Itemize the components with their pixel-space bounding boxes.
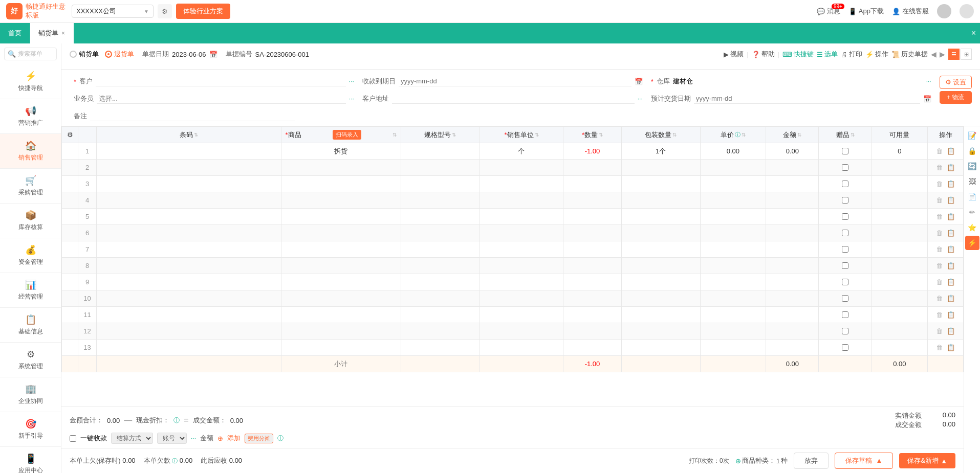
sidebar-item-inventory[interactable]: 📦 库存核算 [0, 204, 61, 238]
row-quantity-cell[interactable] [563, 274, 621, 290]
row-spec-cell[interactable] [401, 290, 480, 307]
row-unit-cell[interactable] [480, 176, 563, 192]
row-gift-cell[interactable] [819, 160, 872, 176]
avatar[interactable] [937, 4, 951, 18]
row-unit-cell[interactable] [480, 225, 563, 241]
row-unit-cell[interactable] [480, 290, 563, 307]
row-delete-icon[interactable]: 🗑 [936, 147, 943, 155]
row-copy-icon[interactable]: 📋 [947, 180, 955, 188]
app-download-button[interactable]: 📱 App下载 [848, 7, 884, 16]
row-copy-icon[interactable]: 📋 [947, 147, 955, 155]
row-product-cell[interactable] [281, 160, 401, 176]
sidebar-item-apps[interactable]: 📱 应用中心 [0, 447, 61, 473]
row-spec-cell[interactable] [401, 209, 480, 225]
row-amount-cell[interactable] [766, 290, 819, 307]
row-amount-cell[interactable] [766, 209, 819, 225]
save-new-dropdown-icon[interactable]: ▲ [941, 457, 947, 465]
sidebar-item-guide[interactable]: 🎯 新手引导 [0, 412, 61, 447]
row-unit-cell[interactable] [480, 160, 563, 176]
row-gift-cell[interactable] [819, 192, 872, 209]
row-delete-icon[interactable]: 🗑 [936, 311, 943, 319]
row-pack-qty-cell[interactable] [621, 209, 700, 225]
row-barcode-cell[interactable] [97, 323, 281, 340]
right-panel-star-icon[interactable]: ⭐ [965, 220, 979, 235]
row-quantity-cell[interactable] [563, 307, 621, 323]
row-copy-icon[interactable]: 📋 [947, 295, 955, 302]
salesperson-input[interactable] [97, 94, 346, 104]
row-delete-icon[interactable]: 🗑 [936, 262, 943, 269]
row-amount-cell[interactable] [766, 241, 819, 258]
row-delete-icon[interactable]: 🗑 [936, 278, 943, 286]
row-copy-icon[interactable]: 📋 [947, 311, 955, 319]
scan-button[interactable]: 扫码录入 [333, 130, 361, 140]
payment-date-calendar-icon[interactable]: 📅 [635, 78, 643, 85]
company-selector[interactable]: XXXXXX公司 ▼ [72, 5, 154, 18]
tab-close-icon[interactable]: × [61, 30, 65, 37]
radio-return-order[interactable]: 退货单 [105, 50, 134, 59]
message-button[interactable]: 💬 消息 99+ [817, 7, 840, 16]
right-panel-document-icon[interactable]: 📄 [965, 190, 979, 204]
operate-button[interactable]: ⚡ 操作 [865, 50, 888, 59]
row-gift-cell[interactable] [819, 241, 872, 258]
account-more-icon[interactable]: ··· [191, 435, 196, 442]
row-quantity-cell[interactable] [563, 340, 621, 356]
sidebar-item-marketing[interactable]: 📢 营销推广 [0, 99, 61, 134]
row-amount-cell[interactable] [766, 258, 819, 274]
row-gift-cell[interactable] [819, 176, 872, 192]
row-gift-cell[interactable] [819, 209, 872, 225]
row-unit-price-cell[interactable] [700, 209, 766, 225]
row-delete-icon[interactable]: 🗑 [936, 213, 943, 220]
row-spec-cell[interactable] [401, 160, 480, 176]
row-spec-cell[interactable] [401, 258, 480, 274]
customer-addr-more-icon[interactable]: ··· [638, 95, 643, 102]
nav-next-icon[interactable]: ▶ [940, 50, 945, 58]
row-spec-cell[interactable] [401, 192, 480, 209]
sidebar-item-finance[interactable]: 💰 资金管理 [0, 238, 61, 273]
row-product-cell[interactable] [281, 290, 401, 307]
radio-sale-order[interactable]: 销货单 [70, 50, 99, 59]
row-product-cell[interactable] [281, 323, 401, 340]
row-barcode-cell[interactable] [97, 274, 281, 290]
row-gift-cell[interactable] [819, 307, 872, 323]
row-product-cell[interactable] [281, 225, 401, 241]
row-product-cell[interactable] [281, 209, 401, 225]
row-gift-cell[interactable] [819, 225, 872, 241]
row-gift-cell[interactable] [819, 323, 872, 340]
row-product-cell[interactable] [281, 258, 401, 274]
row-barcode-cell[interactable] [97, 340, 281, 356]
row-spec-cell[interactable] [401, 241, 480, 258]
row-copy-icon[interactable]: 📋 [947, 213, 955, 220]
row-unit-price-cell[interactable] [700, 225, 766, 241]
row-delete-icon[interactable]: 🗑 [936, 295, 943, 302]
row-copy-icon[interactable]: 📋 [947, 196, 955, 204]
row-barcode-cell[interactable] [97, 143, 281, 160]
history-button[interactable]: 📜 历史单据 [891, 50, 928, 59]
row-product-cell[interactable] [281, 241, 401, 258]
row-product-cell[interactable] [281, 340, 401, 356]
sidebar-item-operations[interactable]: 📊 经营管理 [0, 273, 61, 308]
discount-info-icon[interactable]: ⓘ [173, 416, 180, 425]
grid-view-btn[interactable]: ⊞ [961, 49, 972, 60]
settings-button[interactable]: ⚙ 设置 [940, 76, 972, 89]
search-menu-button[interactable]: 🔍 搜索菜单 [4, 48, 57, 60]
row-delete-icon[interactable]: 🗑 [936, 344, 943, 351]
save-new-button[interactable]: 保存&新增 ▲ [899, 453, 955, 468]
right-panel-note-icon[interactable]: 📝 [965, 128, 979, 143]
row-gift-cell[interactable] [819, 274, 872, 290]
row-quantity-cell[interactable] [563, 241, 621, 258]
customer-addr-input[interactable] [392, 94, 635, 104]
row-pack-qty-cell[interactable] [621, 160, 700, 176]
fee-info-icon[interactable]: ⓘ [277, 434, 284, 443]
row-barcode-cell[interactable] [97, 176, 281, 192]
nav-prev-icon[interactable]: ◀ [931, 50, 937, 58]
window-close-icon[interactable]: × [971, 29, 976, 38]
row-barcode-cell[interactable] [97, 241, 281, 258]
row-copy-icon[interactable]: 📋 [947, 262, 955, 269]
row-barcode-cell[interactable] [97, 258, 281, 274]
row-quantity-cell[interactable] [563, 258, 621, 274]
right-panel-pencil-icon[interactable]: ✏ [965, 205, 979, 219]
row-pack-qty-cell[interactable] [621, 258, 700, 274]
row-spec-cell[interactable] [401, 225, 480, 241]
row-unit-price-cell[interactable] [700, 192, 766, 209]
shortcut-button[interactable]: ⌨ 快捷键 [782, 50, 814, 59]
